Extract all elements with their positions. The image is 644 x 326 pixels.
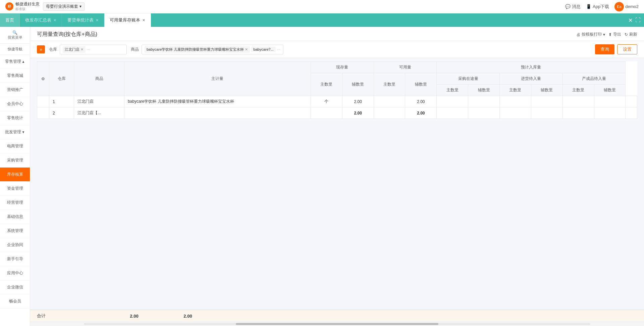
- sidebar-search: 🔍 搜索菜单: [0, 27, 30, 44]
- retail-stats-label: 零售统计: [7, 115, 23, 121]
- ecommerce-label: 电商管理: [7, 143, 23, 149]
- refresh-label: 刷新: [629, 32, 637, 37]
- scroll-track[interactable]: [84, 323, 590, 325]
- expand-icon[interactable]: ⛶: [635, 17, 641, 23]
- product-tag1-remove-icon[interactable]: ✕: [245, 47, 248, 52]
- row1-purchase-main: [468, 96, 500, 107]
- top-bar-left: 好 畅捷通好生意 标准版 母婴行业演示账套 ▾: [5, 2, 85, 11]
- th-inbound-group: 预计入库量: [437, 62, 626, 73]
- sidebar-item-member[interactable]: 畅会员: [0, 294, 30, 309]
- row1-no: 1: [49, 96, 74, 107]
- warehouse-tag: 江北门店 ✕: [63, 46, 86, 53]
- top-bar: 好 畅捷通好生意 标准版 母婴行业演示账套 ▾ 💬 消息 📱 App下载 Ea …: [0, 0, 644, 13]
- th-incoming-main: 主数里: [499, 85, 531, 96]
- th-stock-aux: 辅数里: [342, 73, 374, 96]
- sidebar-item-purchase-mgmt[interactable]: 采购管理: [0, 153, 30, 168]
- sidebar-item-operation-mgmt[interactable]: 经营管理: [0, 196, 30, 210]
- th-product: 商品: [74, 62, 124, 96]
- query-btn[interactable]: 查询: [595, 44, 614, 54]
- setting-btn[interactable]: 设置: [617, 44, 637, 54]
- filter-expand-btn[interactable]: »: [37, 45, 45, 53]
- chevron-down-icon: ▾: [79, 4, 82, 9]
- refresh-icon: ↻: [625, 32, 628, 37]
- warehouse-more-icon[interactable]: ···: [87, 47, 90, 52]
- close-available-stock-icon[interactable]: ✕: [142, 18, 145, 22]
- sidebar: 🔍 搜索菜单 快捷导航 零售管理 ▲ 零售商城 营销推广 会员中心 零售统计 批…: [0, 27, 30, 326]
- user-menu[interactable]: Ea demo2: [614, 2, 639, 11]
- row2-stock-aux: [374, 107, 405, 119]
- row2-avail-main: 2.00: [405, 107, 437, 119]
- sidebar-item-enterprise-coop[interactable]: 企业协同: [0, 238, 30, 252]
- th-production-aux: 辅数里: [594, 85, 626, 96]
- search-icon: 🔍: [12, 30, 17, 35]
- print-icon: 🖨: [576, 32, 580, 37]
- scroll-thumb[interactable]: [236, 323, 438, 325]
- refresh-btn[interactable]: ↻ 刷新: [625, 32, 637, 37]
- row2-avail-aux: [437, 107, 468, 119]
- row2-stock-main: 2.00: [342, 107, 374, 119]
- sidebar-item-member-center[interactable]: 会员中心: [0, 97, 30, 111]
- tab-home[interactable]: 首页: [0, 13, 20, 27]
- sidebar-item-sys-mgmt[interactable]: 系统管理: [0, 224, 30, 238]
- row1-avail-aux: [437, 96, 468, 107]
- sidebar-item-app-center[interactable]: 应用中心: [0, 266, 30, 280]
- th-stock-group: 现存量: [311, 62, 374, 73]
- sidebar-item-marketing[interactable]: 营销推广: [0, 83, 30, 97]
- th-stock-main: 主数里: [311, 73, 342, 96]
- app-icon: 📱: [586, 4, 591, 9]
- marketing-label: 营销推广: [7, 87, 23, 93]
- page-title: 可用量查询(按仓库+商品): [37, 31, 97, 38]
- tab-order-stat[interactable]: 要货单统计表 ✕: [62, 13, 104, 27]
- sidebar-item-new-guide[interactable]: 新手引导: [0, 252, 30, 266]
- app-center-label: 应用中心: [7, 270, 23, 276]
- sidebar-item-retail-mall[interactable]: 零售商城: [0, 69, 30, 83]
- print-btn[interactable]: 🖨 按模板打印 ▾: [576, 32, 605, 37]
- message-btn[interactable]: 💬 消息: [565, 4, 581, 10]
- close-all-icon[interactable]: ✕: [628, 17, 633, 24]
- table-row: 1 江北门店 babycare学饮杯 儿童防摔防撞吸管杯重力球吸嘴杯宝宝水杯 个…: [37, 96, 637, 107]
- row1-stock-main: 2.00: [342, 96, 374, 107]
- product-input[interactable]: babycare学饮杯 儿童防摔防撞吸管杯重力球吸嘴杯宝宝水杯 ✕ babyca…: [142, 45, 283, 54]
- sys-mgmt-label: 系统管理: [7, 228, 23, 234]
- summary-values: 2.00 2.00: [87, 314, 641, 319]
- app-label: App下载: [593, 4, 609, 10]
- member-label: 畅会员: [9, 298, 21, 304]
- search-menu-btn[interactable]: 🔍 搜索菜单: [3, 30, 27, 40]
- search-label: 搜索菜单: [3, 35, 27, 40]
- app-download-btn[interactable]: 📱 App下载: [586, 4, 609, 10]
- warehouse-remove-icon[interactable]: ✕: [80, 47, 84, 52]
- filter-actions: 查询 设置: [595, 44, 637, 54]
- sidebar-item-retail-mgmt[interactable]: 零售管理 ▲: [0, 55, 30, 69]
- sidebar-item-enterprise-wechat[interactable]: 企业微信: [0, 280, 30, 294]
- enterprise-coop-label: 企业协同: [7, 242, 23, 248]
- close-order-stat-icon[interactable]: ✕: [96, 18, 99, 22]
- row2-production-main: [594, 107, 626, 119]
- sidebar-item-retail-stats[interactable]: 零售统计: [0, 111, 30, 125]
- quick-nav-btn[interactable]: 快捷导航: [0, 44, 30, 55]
- finance-label: 资金管理: [7, 186, 23, 191]
- tab-available-stock[interactable]: 可用量库存账本 ✕: [104, 13, 151, 27]
- close-receive-send-icon[interactable]: ✕: [53, 18, 56, 22]
- sidebar-item-wholesale-mgmt[interactable]: 批发管理 ▼: [0, 125, 30, 139]
- sidebar-item-inventory[interactable]: 库存核算: [0, 168, 30, 182]
- sidebar-item-finance[interactable]: 资金管理: [0, 182, 30, 196]
- export-btn[interactable]: ⬆ 导出: [608, 32, 621, 37]
- row2-no: 2: [49, 107, 74, 119]
- product-filter-group: 商品 babycare学饮杯 儿童防摔防撞吸管杯重力球吸嘴杯宝宝水杯 ✕ bab…: [131, 45, 283, 54]
- sidebar-item-basic-info[interactable]: 基础信息: [0, 210, 30, 224]
- th-gear: ⚙: [37, 62, 49, 96]
- logo-line1: 畅捷通好生意: [15, 2, 40, 6]
- settings-icon[interactable]: ⚙: [41, 77, 45, 81]
- inventory-label: 库存核算: [7, 172, 23, 177]
- avatar: Ea: [614, 2, 624, 11]
- sidebar-item-ecommerce[interactable]: 电商管理: [0, 139, 30, 153]
- warehouse-input[interactable]: 江北门店 ✕ ···: [60, 45, 127, 54]
- product-more-icon[interactable]: ···: [277, 47, 280, 52]
- th-purchase-main: 主数里: [437, 85, 468, 96]
- table-area: ⚙ 仓库 商品 主计量 现存量 可用量 预计入库量 主数里 辅数里 主数里 辅数…: [30, 58, 644, 310]
- account-selector[interactable]: 母婴行业演示账套 ▾: [43, 2, 85, 11]
- export-label: 导出: [613, 32, 621, 37]
- summary-bar: 合计 2.00 2.00: [30, 310, 644, 322]
- tab-receive-send[interactable]: 收发存汇总表 ✕: [20, 13, 62, 27]
- product-label: 商品: [131, 47, 139, 52]
